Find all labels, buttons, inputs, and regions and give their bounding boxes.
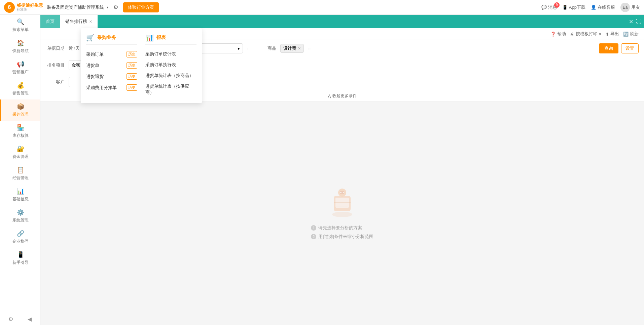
sidebar-item-capital[interactable]: 🔐 资金管理 (0, 142, 40, 163)
menu-item-incoming-by-goods[interactable]: 进货单统计表（按商品） (145, 70, 196, 81)
empty-tip-2-text: 用[过滤]条件来缩小分析范围 (318, 232, 373, 241)
online-service-btn[interactable]: 👤 在线客服 (591, 4, 615, 10)
report-col-icon: 📊 (145, 34, 154, 42)
export-btn[interactable]: ⬆ 导出 (605, 31, 619, 37)
sidebar-item-marketing[interactable]: 📢 营销推广 (0, 57, 40, 78)
sidebar-label-system: 系统管理 (12, 217, 29, 223)
tab-home[interactable]: 首页 (40, 15, 60, 28)
tab-sales-rank-label: 销售排行榜 (65, 18, 87, 25)
export-label: 导出 (610, 31, 619, 37)
sidebar-item-quick[interactable]: 🏠 快捷导航 (0, 36, 40, 57)
empty-tips: 1 请先选择要分析的方案 2 用[过滤]条件来缩小分析范围 (311, 224, 373, 241)
user-avatar: Ea (620, 3, 630, 12)
incoming-by-goods-label: 进货单统计表（按商品） (145, 73, 193, 79)
goods-ellipsis[interactable]: ··· (308, 46, 312, 51)
top-header: 6 畅捷通好生意 标准版 装备及固定资产辅助管理系统 ▾ ⚙ 体验行业方案 💬 … (0, 0, 644, 15)
goods-label: 商品 (257, 45, 276, 51)
incoming-history: 历史 (127, 62, 137, 69)
sidebar-label-basic: 基础信息 (12, 196, 29, 202)
sidebar: 🔍 搜索菜单 🏠 快捷导航 📢 营销推广 💰 销售管理 📦 采购管理 🏪 库存核… (0, 15, 40, 325)
svg-point-0 (332, 212, 352, 217)
empty-tip-1: 1 请先选择要分析的方案 (311, 224, 373, 232)
enterprise-icon: 🔗 (17, 230, 24, 237)
sales-icon: 💰 (17, 82, 24, 89)
empty-state: 1 请先选择要分析的方案 2 用[过滤]条件来缩小分析范围 (40, 102, 644, 325)
settings-icon-btn[interactable]: ⚙ (111, 3, 120, 12)
tip-num-2: 2 (311, 234, 316, 239)
help-label: 帮助 (557, 31, 566, 37)
help-btn[interactable]: ❓ 帮助 (550, 31, 566, 37)
menu-item-po-exec[interactable]: 采购订单执行表 (145, 59, 196, 70)
logo-main-text: 畅捷通好生意 (17, 3, 43, 8)
menu-item-expense[interactable]: 采购费用分摊单 历史 (86, 82, 137, 93)
tab-close-icon[interactable]: ✕ (89, 19, 92, 24)
sidebar-item-operations[interactable]: 📋 经营管理 (0, 163, 40, 184)
online-service-label: 在线客服 (598, 4, 615, 10)
user-btn[interactable]: Ea 用友 (620, 3, 640, 12)
marketing-icon: 📢 (17, 60, 24, 68)
empty-illustration (325, 186, 359, 219)
query-btn[interactable]: 查询 (599, 43, 618, 53)
purchase-business-column: 🛒 采购业务 采购订单 历史 进货单 历史 进货退货 历史 采购费用分摊单 (86, 34, 137, 98)
purchase-icon: 📦 (17, 103, 24, 110)
content-area: 首页 销售排行榜 ✕ ✕ ⛶ ❓ 帮助 🖨 按模板打印 (40, 15, 644, 325)
home-icon: 🏠 (17, 39, 24, 47)
tab-sales-rank[interactable]: 销售排行榜 ✕ (60, 15, 98, 28)
goods-tag-remove[interactable]: ✕ (298, 46, 301, 51)
menu-item-purchase-order[interactable]: 采购订单 历史 (86, 49, 137, 60)
sidebar-item-purchase[interactable]: 📦 采购管理 (0, 99, 40, 121)
print-icon: 🖨 (570, 32, 574, 37)
system-title-dropdown[interactable]: ▾ (107, 5, 108, 9)
phone-icon: 📱 (562, 5, 568, 10)
system-title: 装备及固定资产辅助管理系统 (47, 4, 104, 10)
print-label: 按模板打印 (576, 31, 598, 37)
export-icon: ⬆ (605, 32, 609, 37)
logo-icon: 6 (4, 2, 15, 13)
svg-point-5 (340, 192, 342, 193)
message-badge: 9 (554, 2, 560, 8)
basic-icon: 📊 (17, 188, 24, 195)
sidebar-label-marketing: 营销推广 (12, 69, 29, 75)
main-layout: 🔍 搜索菜单 🏠 快捷导航 📢 营销推广 💰 销售管理 📦 采购管理 🏪 库存核… (0, 15, 644, 325)
purchase-col-icon: 🛒 (86, 34, 95, 42)
svg-point-6 (343, 192, 344, 193)
report-column: 📊 报表 采购订单统计表 采购订单执行表 进货单统计表（按商品） 进货单统计表（… (145, 34, 196, 98)
purchase-order-label: 采购订单 (86, 51, 104, 57)
app-download-btn[interactable]: 📱 App下载 (562, 4, 585, 10)
sidebar-item-search[interactable]: 🔍 搜索菜单 (0, 15, 40, 36)
sidebar-label-search: 搜索菜单 (12, 27, 29, 33)
menu-item-return[interactable]: 进货退货 历史 (86, 71, 137, 82)
capital-icon: 🔐 (17, 145, 24, 153)
industry-btn[interactable]: 体验行业方案 (123, 2, 159, 12)
sidebar-settings-btn[interactable]: ⚙ (8, 316, 13, 322)
tab-close-window-btn[interactable]: ✕ (629, 18, 633, 25)
sidebar-item-guide[interactable]: 📱 新手引导 (0, 248, 40, 269)
logo-text: 畅捷通好生意 标准版 (17, 3, 43, 12)
sidebar-item-system[interactable]: ⚙️ 系统管理 (0, 205, 40, 227)
sidebar-item-basic[interactable]: 📊 基础信息 (0, 184, 40, 205)
menu-item-incoming[interactable]: 进货单 历史 (86, 60, 137, 71)
incoming-label: 进货单 (86, 63, 99, 69)
menu-item-incoming-by-supplier[interactable]: 进货单统计表（按供应商） (145, 81, 196, 98)
header-center: 装备及固定资产辅助管理系统 ▾ ⚙ 体验行业方案 (44, 2, 541, 12)
sidebar-item-inventory[interactable]: 🏪 库存核算 (0, 121, 40, 142)
refresh-btn[interactable]: 🔄 刷新 (623, 31, 639, 37)
incoming-by-supplier-label: 进货单统计表（按供应商） (145, 83, 196, 95)
menu-item-po-stats[interactable]: 采购订单统计表 (145, 49, 196, 59)
message-btn[interactable]: 💬 消息 9 (541, 4, 557, 10)
system-icon: ⚙️ (17, 209, 24, 216)
print-btn[interactable]: 🖨 按模板打印 ▾ (570, 31, 601, 37)
settings-btn[interactable]: 设置 (621, 43, 639, 53)
sidebar-item-sales[interactable]: 💰 销售管理 (0, 78, 40, 99)
sidebar-label-guide: 新手引导 (12, 260, 29, 266)
sidebar-bottom: ⚙ ◀ (0, 313, 40, 325)
tab-maximize-btn[interactable]: ⛶ (636, 18, 641, 25)
sidebar-item-enterprise[interactable]: 🔗 企业协同 (0, 227, 40, 248)
collapse-label: 收起更多条件 (332, 93, 357, 99)
collapse-up-icon: ⋀ (328, 94, 331, 98)
inventory-icon: 🏪 (17, 124, 24, 131)
date-7days-btn[interactable]: 近7天 (69, 45, 80, 51)
status-ellipsis[interactable]: ··· (247, 46, 251, 51)
sidebar-collapse-btn[interactable]: ◀ (28, 316, 32, 322)
po-stats-label: 采购订单统计表 (145, 51, 176, 57)
